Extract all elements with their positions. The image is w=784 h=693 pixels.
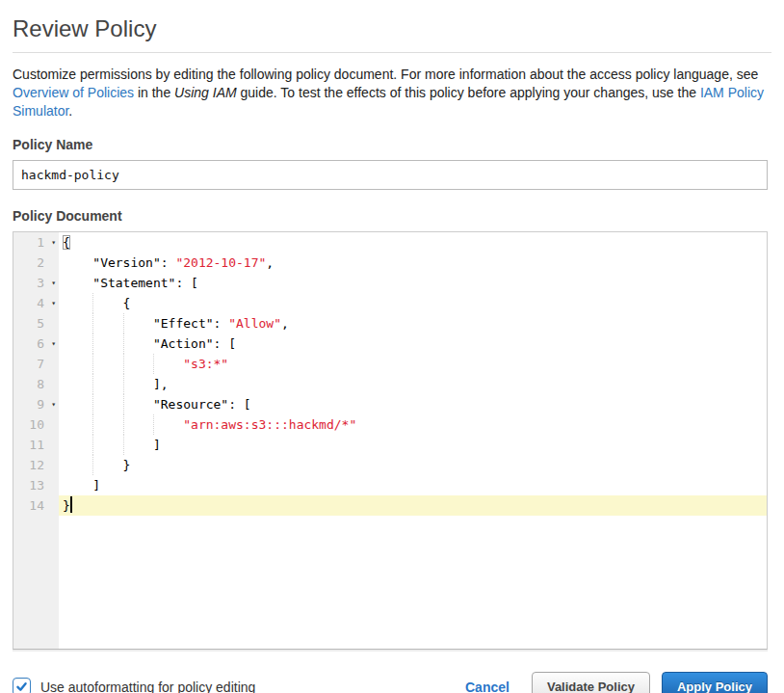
policy-name-label: Policy Name: [13, 137, 771, 152]
indent-guide: [92, 293, 93, 313]
indent-guide: [123, 354, 124, 374]
code-line[interactable]: "Statement": [: [59, 273, 767, 293]
intro-text: Customize permissions by editing the fol…: [13, 66, 771, 120]
fold-toggle-icon[interactable]: ▾: [51, 232, 56, 253]
code-token: }: [63, 498, 70, 513]
indent-guide: [123, 374, 124, 394]
code-line[interactable]: "Effect": "Allow",: [59, 313, 767, 333]
intro-part2: in the: [134, 85, 174, 100]
fold-toggle-icon[interactable]: ▾: [51, 293, 56, 313]
intro-part1: Customize permissions by editing the fol…: [13, 67, 758, 82]
code-line[interactable]: ],: [59, 374, 767, 394]
gutter-line: 13: [13, 475, 59, 495]
autoformat-checkbox[interactable]: [13, 678, 31, 693]
indent-guide: [92, 313, 93, 333]
gutter-line: 1▾: [13, 232, 59, 253]
code-token: "Statement": [: [63, 276, 198, 290]
policy-document-label: Policy Document: [13, 208, 771, 224]
code-line[interactable]: ]: [59, 475, 767, 495]
editor-code-area[interactable]: { "Version": "2012-10-17", "Statement": …: [59, 232, 767, 649]
indent-guide: [92, 435, 93, 455]
title-divider: [13, 52, 771, 53]
indent-guide: [123, 414, 124, 435]
code-line[interactable]: "arn:aws:s3:::hackmd/*": [59, 414, 767, 435]
code-token: {: [63, 296, 130, 310]
page-title: Review Policy: [13, 15, 771, 42]
code-line[interactable]: }: [59, 495, 767, 516]
gutter-line: 14: [13, 495, 59, 516]
fold-toggle-icon[interactable]: ▾: [51, 333, 56, 354]
indent-guide: [153, 354, 154, 374]
code-token: "Version":: [63, 255, 175, 270]
indent-guide: [123, 313, 124, 333]
code-token: "Action": [: [63, 336, 236, 351]
editor-gutter: 1▾23▾4▾56▾789▾1011121314: [13, 232, 59, 649]
intro-part4: .: [68, 103, 72, 119]
code-token: ,: [281, 316, 289, 331]
indent-guide: [92, 414, 93, 435]
indent-guide: [123, 435, 124, 455]
indent-guide: [123, 333, 124, 354]
code-token: "Resource": [: [63, 397, 251, 412]
indent-guide: [92, 333, 93, 354]
cancel-link[interactable]: Cancel: [465, 680, 510, 693]
code-token: {: [63, 235, 70, 250]
review-policy-page: Review Policy Customize permissions by e…: [0, 0, 784, 693]
code-editor[interactable]: 1▾23▾4▾56▾789▾1011121314 { "Version": "2…: [13, 231, 768, 650]
code-token: ,: [266, 255, 274, 270]
gutter-line: 10: [13, 414, 59, 435]
code-line[interactable]: {: [59, 232, 767, 253]
code-line[interactable]: }: [59, 455, 767, 475]
code-string-token: "arn:aws:s3:::hackmd/*": [183, 417, 356, 432]
fold-toggle-icon[interactable]: ▾: [51, 273, 56, 293]
indent-guide: [92, 394, 93, 414]
indent-guide: [92, 374, 93, 394]
gutter-line: 6▾: [13, 333, 59, 354]
fold-toggle-icon[interactable]: ▾: [51, 394, 56, 414]
gutter-line: 12: [13, 455, 59, 475]
code-line[interactable]: "s3:*": [59, 354, 767, 374]
code-token: ]: [63, 478, 100, 493]
gutter-line: 4▾: [13, 293, 59, 313]
code-token: }: [63, 458, 130, 472]
using-iam-guide-name: Using IAM: [174, 85, 237, 100]
indent-guide: [92, 455, 93, 475]
code-line[interactable]: "Version": "2012-10-17",: [59, 253, 767, 273]
gutter-line: 3▾: [13, 273, 59, 293]
code-token: ],: [63, 377, 169, 391]
indent-guide: [123, 394, 124, 414]
code-line[interactable]: "Action": [: [59, 333, 767, 354]
code-string-token: "s3:*": [183, 357, 228, 371]
validate-policy-button[interactable]: Validate Policy: [532, 672, 650, 693]
gutter-line: 7: [13, 354, 59, 374]
gutter-line: 2: [13, 253, 59, 273]
intro-part3: guide. To test the effects of this polic…: [237, 85, 700, 100]
gutter-line: 9▾: [13, 394, 59, 414]
footer-actions: Cancel Validate Policy Apply Policy: [465, 672, 768, 693]
code-string-token: "2012-10-17": [175, 255, 266, 270]
checkmark-icon: [15, 680, 28, 693]
apply-policy-button[interactable]: Apply Policy: [662, 672, 768, 693]
code-string-token: "Allow": [228, 316, 281, 331]
text-cursor: [70, 496, 72, 513]
policy-name-input[interactable]: [13, 160, 768, 190]
code-token: ]: [63, 438, 161, 452]
autoformat-label[interactable]: Use autoformatting for policy editing: [40, 680, 255, 693]
gutter-line: 8: [13, 374, 59, 394]
gutter-line: 11: [13, 435, 59, 455]
gutter-line: 5: [13, 313, 59, 333]
code-line[interactable]: "Resource": [: [59, 394, 767, 414]
code-token: "Effect":: [63, 316, 228, 331]
overview-of-policies-link[interactable]: Overview of Policies: [13, 85, 134, 100]
code-line[interactable]: {: [59, 293, 767, 313]
indent-guide: [153, 414, 154, 435]
code-line[interactable]: ]: [59, 435, 767, 455]
footer-bar: Use autoformatting for policy editing Ca…: [13, 672, 768, 693]
indent-guide: [92, 354, 93, 374]
